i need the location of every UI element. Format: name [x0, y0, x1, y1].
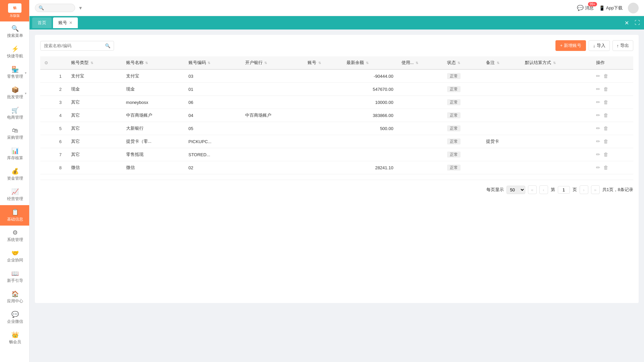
prev-page-button[interactable]: ‹: [539, 185, 548, 194]
row-type-cell: 其它: [67, 135, 122, 148]
search-input[interactable]: [44, 43, 105, 48]
tab-account[interactable]: 账号 ✕: [53, 17, 78, 28]
table-col-account[interactable]: 账号 ⇅: [304, 56, 342, 69]
chevron-down-icon: ▾: [25, 71, 26, 74]
delete-button[interactable]: 🗑: [603, 165, 608, 170]
tab-close-icon[interactable]: ✕: [69, 20, 72, 25]
table-col-type[interactable]: 账号类型 ⇅: [67, 56, 122, 69]
row-bank-cell: [241, 161, 304, 174]
row-account-cell: [304, 69, 342, 83]
wholesale-mgmt-icon: 📦: [11, 86, 19, 94]
import-button[interactable]: ↓ 导入: [589, 40, 610, 51]
row-name-cell: 现金: [122, 83, 184, 96]
page-size-select[interactable]: 50 20 100: [506, 186, 525, 194]
table-col-settings[interactable]: ⚙: [40, 56, 54, 69]
table-col-code-label: 账号编码: [189, 60, 206, 65]
edit-button[interactable]: ✏: [596, 165, 600, 171]
sidebar-item-operations-mgmt[interactable]: 📈 经营管理: [0, 185, 29, 205]
row-settings-cell: [40, 161, 54, 174]
row-name-cell: 中百商场账户: [122, 109, 184, 122]
table-col-balance-label: 最新余额: [346, 60, 364, 65]
next-page-button[interactable]: ›: [580, 185, 588, 194]
sidebar-item-enterprise-wechat[interactable]: 💬 企业微信: [0, 307, 29, 328]
row-bank-cell: [241, 135, 304, 148]
delete-button[interactable]: 🗑: [603, 138, 608, 144]
page-input[interactable]: [558, 186, 570, 194]
add-account-button[interactable]: + 新增账号: [555, 40, 586, 51]
sidebar-item-enterprise-agreement[interactable]: 🤝 企业协同: [0, 246, 29, 266]
edit-button[interactable]: ✏: [596, 125, 600, 131]
row-usage-cell: [397, 96, 443, 109]
sidebar-item-purchase-mgmt[interactable]: 🛍 采购管理: [0, 124, 29, 144]
row-balance-cell: [342, 148, 397, 161]
first-page-button[interactable]: «: [528, 185, 537, 194]
edit-button[interactable]: ✏: [596, 86, 600, 92]
row-action-cell: ✏ 🗑: [592, 122, 634, 135]
delete-button[interactable]: 🗑: [603, 73, 608, 79]
tab-close-action[interactable]: ✕: [623, 19, 631, 27]
sidebar-item-ecom-mgmt[interactable]: 🛒 电商管理: [0, 103, 29, 124]
table-col-status[interactable]: 状态 ⇅: [443, 56, 482, 69]
sidebar-item-quick-nav[interactable]: ⚡ 快捷导航: [0, 42, 29, 62]
search-submit-icon[interactable]: 🔍: [105, 43, 110, 48]
table-col-remark[interactable]: 备注 ⇅: [482, 56, 521, 69]
sidebar-item-retail-mgmt[interactable]: 🏪 零售管理 ▾: [0, 62, 29, 83]
edit-button[interactable]: ✏: [596, 112, 600, 118]
page-size-wrap[interactable]: 50 20 100: [506, 186, 525, 194]
delete-button[interactable]: 🗑: [603, 125, 608, 131]
sidebar-item-system-mgmt[interactable]: ⚙ 系统管理: [0, 226, 29, 246]
import-label: 导入: [597, 43, 605, 49]
app-download-button[interactable]: 📱 App下载: [599, 5, 623, 11]
table-col-usage[interactable]: 使用... ⇅: [397, 56, 443, 69]
delete-button[interactable]: 🗑: [603, 152, 608, 157]
sidebar-item-label: 零售管理: [7, 74, 23, 79]
table-col-settle[interactable]: 默认结算方式 ⇅: [521, 56, 592, 69]
sidebar-item-inventory[interactable]: 📊 库存核算: [0, 144, 29, 164]
message-button[interactable]: 💬 消息 99+: [577, 5, 594, 11]
tab-expand-action[interactable]: ⛶: [633, 19, 641, 27]
row-account-cell: [304, 83, 342, 96]
user-avatar[interactable]: [628, 3, 639, 13]
table-col-code[interactable]: 账号编码 ⇅: [184, 56, 241, 69]
tab-bar: 首页 账号 ✕ ✕ ⛶: [30, 16, 644, 29]
row-usage-cell: [397, 135, 443, 148]
sidebar-item-new-guide[interactable]: 📖 新手引导: [0, 266, 29, 287]
delete-button[interactable]: 🗑: [603, 99, 608, 105]
edit-button[interactable]: ✏: [596, 138, 600, 144]
sidebar-item-search-menu[interactable]: 🔍 搜索菜单: [0, 21, 29, 42]
edit-button[interactable]: ✏: [596, 99, 600, 105]
settings-icon: ⚙: [44, 60, 48, 65]
total-label: 共1页，8条记录: [602, 187, 633, 193]
sidebar-item-app-center[interactable]: 🏠 应用中心: [0, 287, 29, 307]
table-col-bank[interactable]: 开户银行 ⇅: [241, 56, 304, 69]
tab-home[interactable]: 首页: [32, 17, 52, 28]
row-name-cell: 支付宝: [122, 69, 184, 83]
row-settle-cell: [521, 96, 592, 109]
row-status-cell: 正常: [443, 135, 482, 148]
delete-button[interactable]: 🗑: [603, 112, 608, 118]
edit-button[interactable]: ✏: [596, 73, 600, 79]
table-col-balance[interactable]: 最新余额 ⇅: [342, 56, 397, 69]
edit-button[interactable]: ✏: [596, 152, 600, 158]
sidebar-item-basic-info[interactable]: 📋 基础信息: [0, 205, 29, 226]
sidebar-item-vip-member[interactable]: 👑 畅会员: [0, 328, 29, 348]
table-col-name[interactable]: 账号名称 ⇅: [122, 56, 184, 69]
tab-home-label: 首页: [38, 20, 46, 26]
sidebar-item-label: 新手引导: [7, 278, 23, 284]
sidebar-item-wholesale-mgmt[interactable]: 📦 批发管理 ▾: [0, 83, 29, 103]
main-area: 🔍 ▾ 💬 消息 99+ 📱 App下载 首页 账号 ✕ ✕: [30, 0, 644, 362]
sidebar-item-finance-mgmt[interactable]: 💰 资金管理: [0, 164, 29, 185]
row-settle-cell: [521, 148, 592, 161]
message-badge: 99+: [588, 2, 597, 6]
header-search-box[interactable]: 🔍: [35, 4, 75, 12]
delete-button[interactable]: 🗑: [603, 86, 608, 92]
row-balance-cell: 28241.10: [342, 161, 397, 174]
dropdown-icon[interactable]: ▾: [79, 5, 82, 11]
last-page-button[interactable]: »: [591, 185, 600, 194]
export-button[interactable]: ↑ 导出: [612, 40, 634, 51]
row-usage-cell: [397, 148, 443, 161]
row-settle-cell: [521, 122, 592, 135]
row-usage-cell: [397, 122, 443, 135]
search-input-wrap[interactable]: 🔍: [40, 41, 114, 51]
row-name-cell: 零售抵现: [122, 148, 184, 161]
